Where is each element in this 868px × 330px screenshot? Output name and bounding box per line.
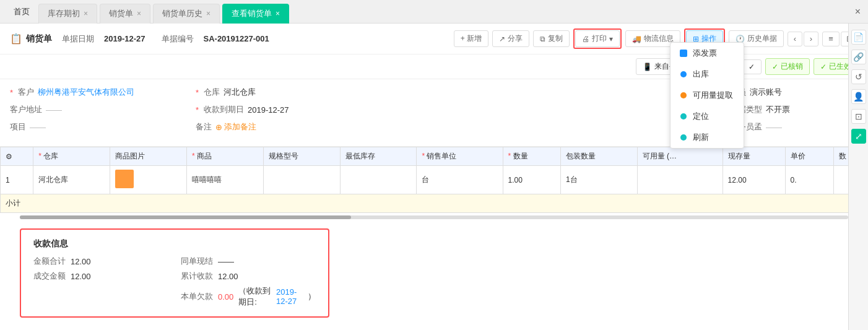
sidebar-icon-4[interactable]: 👤 (851, 89, 866, 104)
due-date-value: 2019-12-27 (248, 105, 289, 115)
row-stock: 12.00 (723, 166, 785, 194)
print-button[interactable]: 🖨 打印 ▾ (575, 30, 620, 47)
tab-view-sales-close[interactable]: × (276, 9, 280, 18)
tab-view-sales[interactable]: 查看销货单 × (222, 4, 289, 24)
row-min-stock (340, 166, 417, 194)
subtotal-label: 小计 (1, 194, 868, 213)
tab-inventory-close[interactable]: × (84, 9, 88, 18)
row-unit: 台 (417, 166, 503, 194)
deal-item: 成交金额 12.00 (33, 271, 168, 282)
share-label: 分享 (508, 33, 523, 44)
logistics-icon: 🚚 (632, 35, 641, 43)
settle-item: 同单现结 —— (181, 256, 316, 267)
col-stock: 现存量 (723, 147, 785, 166)
project-value: —— (30, 123, 46, 132)
amount-label: 金额合计 (33, 256, 66, 267)
tab-inventory-label: 库存期初 (48, 8, 80, 19)
print-icon: 🖨 (582, 35, 589, 43)
tab-home[interactable]: 首页 (5, 2, 38, 22)
tab-bar: 首页 库存期初 × 销货单 × 销货单历史 × 查看销货单 × × (0, 0, 868, 24)
col-product: * 商品 (187, 147, 264, 166)
due-item: 本单欠款 0.00 （收款到期日: 2019-12-27 ） (181, 285, 316, 308)
form-title-icon: 📋 (10, 33, 22, 45)
add-note-button[interactable]: ⊕ 添加备注 (215, 121, 256, 132)
phone-icon: 📱 (643, 63, 652, 71)
view-list[interactable]: ≡ (822, 32, 840, 46)
tab-view-sales-label: 查看销货单 (232, 8, 272, 19)
col-image: 商品图片 (110, 147, 187, 166)
form-meta: 单据日期 2019-12-27 单据编号 SA-20191227-001 (62, 33, 269, 45)
menu-refresh[interactable]: 刷新 (671, 127, 744, 148)
due-date-field: * 收款到期日 2019-12-27 (196, 104, 332, 115)
warehouse-field: * 仓库 河北仓库 (196, 87, 332, 98)
row-qty: 1.00 (503, 166, 560, 194)
menu-add-invoice-label: 添发票 (693, 48, 717, 59)
scrollbar-thumb (20, 215, 351, 219)
tab-sales-label: 销货单 (109, 8, 133, 19)
copy-label: 复制 (548, 33, 563, 44)
customer-value[interactable]: 柳州粤港平安气体有限公司 (38, 87, 134, 98)
sidebar-expand-icon[interactable]: ⤢ (851, 129, 866, 144)
refresh-icon (679, 133, 688, 142)
menu-add-invoice[interactable]: 添发票 (671, 43, 744, 64)
print-label: 打印 (592, 33, 607, 44)
cumulative-item: 累计收款 12.00 (181, 271, 316, 282)
due-date: 2019-12-27 (276, 287, 303, 306)
new-button[interactable]: + 新增 (454, 30, 488, 47)
warehouse-label: 仓库 (204, 87, 220, 98)
confirm-icon-button[interactable]: ✓ (742, 59, 762, 74)
confirmed-icon: ✓ (772, 63, 778, 71)
available-qty-icon (679, 91, 688, 100)
window-close-button[interactable]: × (855, 6, 861, 17)
copy-button[interactable]: ⧉ 复制 (533, 30, 570, 47)
sidebar-icon-3[interactable]: ↺ (851, 69, 866, 84)
confirm-check-icon: ✓ (749, 63, 755, 71)
project-field: 项目 —— (10, 121, 146, 132)
table-wrapper: ⚙ * 仓库 商品图片 * 商品 规格型号 最低库存 * 销售单位 * 数量 包… (0, 147, 868, 222)
note-field: 备注 ⊕ 添加备注 (196, 121, 332, 132)
add-note-plus: ⊕ (215, 123, 222, 132)
tab-sales[interactable]: 销货单 × (100, 4, 150, 24)
add-invoice-icon (679, 49, 688, 58)
menu-locate[interactable]: 定位 (671, 106, 744, 127)
nav-next[interactable]: › (804, 32, 818, 46)
menu-available-qty[interactable]: 可用量提取 (671, 85, 744, 106)
col-price: 单价 (785, 147, 833, 166)
address-field: 客户地址 —— (10, 104, 146, 115)
tab-sales-history[interactable]: 销货单历史 × (153, 4, 220, 24)
tab-sales-history-close[interactable]: × (206, 9, 210, 18)
gear-icon: ⚙ (6, 152, 12, 161)
payment-grid: 金额合计 12.00 同单现结 —— 成交金额 12.00 累计收款 12.00 (33, 256, 316, 308)
subtotal-row: 小计 (1, 194, 868, 213)
col-warehouse: * 仓库 (33, 147, 110, 166)
due-note-end: ） (308, 291, 316, 302)
tab-sales-close[interactable]: × (137, 9, 141, 18)
due-date-required: * (196, 105, 199, 115)
tab-home-label: 首页 (14, 6, 30, 17)
sidebar-icon-5[interactable]: ⊡ (851, 109, 866, 124)
col-gear[interactable]: ⚙ (1, 147, 33, 166)
row-pack-qty: 1台 (560, 166, 637, 194)
customer-field: * 客户 柳州粤港平安气体有限公司 (10, 87, 146, 98)
form-number-label: 单据编号 (162, 33, 194, 45)
nav-arrows: ‹ › (788, 32, 818, 46)
menu-refresh-label: 刷新 (693, 132, 709, 143)
sidebar-icon-1[interactable]: 📄 (851, 30, 866, 45)
menu-outbound[interactable]: 出库 (671, 64, 744, 85)
tab-inventory[interactable]: 库存期初 × (38, 4, 97, 24)
cumulative-label: 累计收款 (181, 271, 213, 282)
confirmed-label: 已核销 (781, 61, 803, 72)
menu-outbound-label: 出库 (693, 69, 709, 80)
row-available (637, 166, 723, 194)
staff-value: 演示账号 (750, 87, 782, 98)
nav-prev[interactable]: ‹ (788, 32, 802, 46)
share-button[interactable]: ↗ 分享 (492, 30, 529, 47)
col-available: 可用量 (… (637, 147, 723, 166)
horizontal-scrollbar[interactable] (20, 215, 848, 219)
confirmed-button[interactable]: ✓ 已核销 (765, 58, 810, 75)
note-label: 备注 (196, 121, 212, 132)
col-qty: * 数量 (503, 147, 560, 166)
col-min-stock: 最低库存 (340, 147, 417, 166)
sidebar-icon-2[interactable]: 🔗 (851, 50, 866, 64)
locate-icon (679, 112, 688, 121)
